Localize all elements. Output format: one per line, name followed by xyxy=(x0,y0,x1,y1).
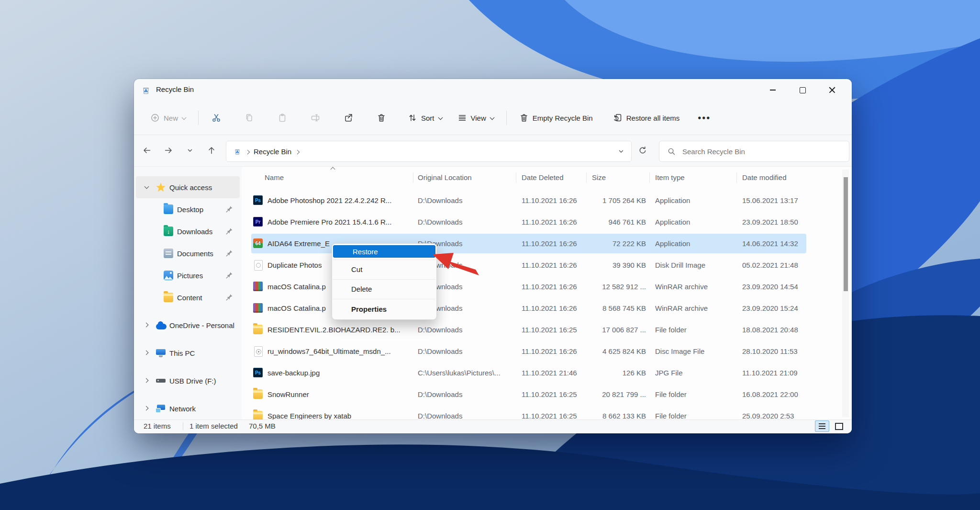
search-input[interactable] xyxy=(681,147,827,156)
delete-button[interactable] xyxy=(371,108,391,127)
expander-chevron-icon[interactable] xyxy=(145,406,149,411)
breadcrumb-chevron-icon[interactable] xyxy=(296,150,299,153)
sidebar-item-label: USB Drive (F:) xyxy=(169,377,216,385)
sidebar-item-pictures[interactable]: Pictures xyxy=(136,264,240,286)
sort-ascending-caret-icon xyxy=(331,167,335,170)
file-original-location: D:\Downloads xyxy=(418,340,517,362)
chevron-down-icon xyxy=(490,116,494,120)
expander-chevron-icon[interactable] xyxy=(145,323,149,328)
file-date-modified: 23.09.2020 14:54 xyxy=(742,276,824,297)
new-button[interactable]: New xyxy=(145,109,190,126)
context-menu-item-label: Cut xyxy=(351,265,362,273)
selection-size: 70,5 MB xyxy=(249,422,276,430)
sidebar-item-this-pc[interactable]: This PC xyxy=(136,342,240,364)
file-row-duplicate-photos[interactable]: Duplicate Photos D:\Downloads 11.10.2021… xyxy=(242,254,837,276)
restore-icon xyxy=(613,113,623,123)
file-item-type: File folder xyxy=(655,384,737,405)
breadcrumb-item[interactable]: Recycle Bin xyxy=(254,147,291,156)
back-button[interactable] xyxy=(138,141,156,159)
file-item-type: File folder xyxy=(655,405,737,420)
context-menu-item-restore[interactable]: Restore xyxy=(333,245,435,258)
address-dropdown-icon[interactable] xyxy=(618,148,624,155)
column-header-item-type[interactable]: Item type xyxy=(655,173,685,181)
cut-button[interactable] xyxy=(206,108,226,127)
scrollbar-thumb[interactable] xyxy=(844,177,848,291)
file-row-adobe-premiere-pro-2021-15-4-1-6-r[interactable]: Adobe Premiere Pro 2021 15.4.1.6 R... D:… xyxy=(242,211,837,233)
pin-icon xyxy=(225,294,233,301)
expander-chevron-icon[interactable] xyxy=(145,185,149,190)
file-item-type: File folder xyxy=(655,319,737,340)
file-row-snowrunner[interactable]: SnowRunner D:\Downloads 11.10.2021 16:25… xyxy=(242,384,837,405)
file-row-macos-catalina-p[interactable]: macOS Catalina.p D:\Downloads 11.10.2021… xyxy=(242,276,837,297)
search-icon xyxy=(667,147,676,156)
copy-button[interactable] xyxy=(239,108,259,127)
share-icon xyxy=(344,113,353,123)
photoshop-icon xyxy=(253,195,263,205)
details-view-button[interactable] xyxy=(815,420,829,432)
pin-icon xyxy=(225,272,233,279)
context-menu-item-cut[interactable]: Cut xyxy=(332,260,436,279)
share-button[interactable] xyxy=(338,108,358,127)
chevron-down-icon xyxy=(438,116,442,120)
diskdrill-icon xyxy=(254,260,263,271)
window-content: Quick access Desktop Downloads Documents xyxy=(134,166,852,420)
sidebar-item-onedrive-personal[interactable]: OneDrive - Personal xyxy=(136,314,240,336)
breadcrumb-chevron-icon xyxy=(246,150,249,153)
minimize-button[interactable] xyxy=(758,79,788,101)
forward-button[interactable] xyxy=(159,141,178,159)
recent-locations-button[interactable] xyxy=(181,141,199,159)
file-row-resident-evil-2-biohazard-re2-b[interactable]: RESIDENT.EVIL.2.BIOHAZARD.RE2. b... D:\D… xyxy=(242,319,837,340)
file-item-type: Application xyxy=(655,233,737,254)
annotation-arrow xyxy=(426,249,483,279)
sort-icon xyxy=(408,113,417,123)
sidebar-item-network[interactable]: Network xyxy=(136,397,240,419)
view-button[interactable]: View xyxy=(453,109,499,126)
expander-chevron-icon[interactable] xyxy=(145,351,149,355)
column-header-date-modified[interactable]: Date modified xyxy=(742,173,787,181)
column-header-date-deleted[interactable]: Date Deleted xyxy=(522,173,564,181)
sidebar-item-documents[interactable]: Documents xyxy=(136,242,240,264)
context-menu-item-properties[interactable]: Properties xyxy=(332,299,436,319)
large-icons-view-button[interactable] xyxy=(832,420,846,432)
scissors-icon xyxy=(212,113,221,123)
file-row-space-engineers-by-xatab[interactable]: Space Engineers by xatab D:\Downloads 11… xyxy=(242,405,837,420)
see-more-button[interactable]: ••• xyxy=(693,113,715,124)
file-row-macos-catalina-p[interactable]: macOS Catalina.p D:\Downloads 11.10.2021… xyxy=(242,297,837,319)
file-row-save-backup-jpg[interactable]: save-backup.jpg C:\Users\lukas\Pictures\… xyxy=(242,362,837,384)
sidebar-item-downloads[interactable]: Downloads xyxy=(136,220,240,242)
paste-button[interactable] xyxy=(272,108,292,127)
usb-icon xyxy=(156,376,166,385)
file-row-aida64-extreme-e[interactable]: AIDA64 Extreme_E D:\Downloads 11.10.2021… xyxy=(242,233,837,254)
sidebar-item-usb-drive-f[interactable]: USB Drive (F:) xyxy=(136,370,240,392)
rename-button[interactable] xyxy=(305,108,325,127)
file-row-adobe-photoshop-2021-22-4-2-242-r[interactable]: Adobe Photoshop 2021 22.4.2.242 R... D:\… xyxy=(242,190,837,211)
file-date-modified: 11.10.2021 21:09 xyxy=(742,362,824,384)
refresh-button[interactable] xyxy=(634,141,652,159)
command-toolbar: New xyxy=(134,101,852,135)
file-name: save-backup.jpg xyxy=(267,362,413,384)
arrow-right-icon xyxy=(164,146,173,155)
search-box[interactable] xyxy=(659,141,849,162)
file-size: 17 006 827 ... xyxy=(576,319,646,340)
file-row-ru-windows7-64bit-ultimate-msdn[interactable]: ru_windows7_64bit_Ultimate_msdn_... D:\D… xyxy=(242,340,837,362)
file-item-type: Disc Image File xyxy=(655,340,737,362)
photoshop-icon xyxy=(253,368,263,377)
empty-recycle-bin-button[interactable]: Empty Recycle Bin xyxy=(514,109,598,126)
column-header-name[interactable]: Name xyxy=(265,173,284,181)
column-header-original-location[interactable]: Original Location xyxy=(418,173,472,181)
expander-chevron-icon[interactable] xyxy=(145,378,149,383)
address-bar[interactable]: Recycle Bin xyxy=(226,141,632,162)
close-button[interactable] xyxy=(817,79,847,101)
vertical-scrollbar[interactable] xyxy=(842,170,849,417)
sidebar-item-content[interactable]: Content xyxy=(136,286,240,308)
toolbar-divider xyxy=(506,111,507,125)
context-menu-item-delete[interactable]: Delete xyxy=(332,279,436,299)
column-header-size[interactable]: Size xyxy=(592,173,606,181)
sort-button[interactable]: Sort xyxy=(403,109,447,126)
sidebar-item-quick-access[interactable]: Quick access xyxy=(136,176,240,198)
sidebar-item-desktop[interactable]: Desktop xyxy=(136,198,240,220)
restore-all-items-button[interactable]: Restore all items xyxy=(608,109,685,126)
up-button[interactable] xyxy=(202,141,221,159)
file-original-location: C:\Users\lukas\Pictures\... xyxy=(418,362,517,384)
maximize-button[interactable] xyxy=(788,79,817,101)
